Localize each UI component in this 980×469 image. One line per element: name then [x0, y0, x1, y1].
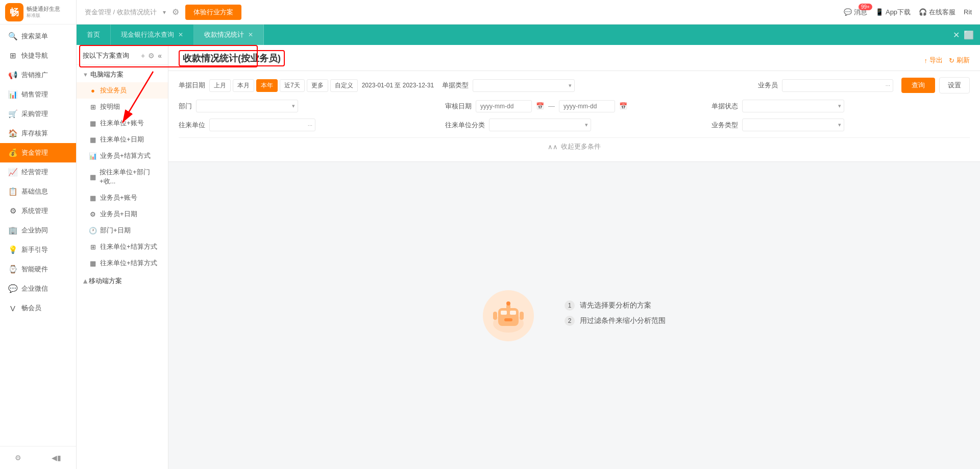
export-button[interactable]: ↑ 导出 — [924, 56, 943, 65]
staff-label: 业务员 — [758, 81, 778, 90]
custom-btn[interactable]: 自定义 — [330, 79, 358, 92]
calendar-to-icon[interactable]: 📅 — [619, 102, 627, 110]
scheme-item-staff-settle[interactable]: 📊 业务员+结算方式 — [77, 148, 168, 164]
scheme-item-staff-account[interactable]: ▦ 业务员+账号 — [77, 190, 168, 206]
sidebar-item-corp[interactable]: 🏢 企业协同 — [0, 221, 76, 240]
mobile-group-header[interactable]: ▶ 移动端方案 — [77, 273, 168, 289]
group-expand-icon: ▼ — [83, 72, 88, 78]
this-year-btn[interactable]: 本年 — [256, 79, 278, 92]
scheme-item-by-detail[interactable]: ⊞ 按明细 — [77, 99, 168, 115]
svg-rect-1 — [498, 308, 519, 326]
review-date-label: 审核日期 — [445, 102, 472, 111]
filter-row-3: 往来单位 ··· 往来单位分类 ▾ — [179, 119, 970, 131]
business-type-select-wrapper: ▾ — [742, 119, 844, 131]
scheme-item-by-staff[interactable]: ● 按业务员 — [77, 82, 168, 99]
staff-more-icon[interactable]: ··· — [886, 82, 890, 88]
desktop-group-header[interactable]: ▼ 电脑端方案 — [77, 67, 168, 82]
scheme-item-unit-account[interactable]: ▦ 往来单位+账号 — [77, 115, 168, 131]
sidebar-item-stock[interactable]: 🏠 库存核算 — [0, 124, 76, 143]
counterpart-input[interactable] — [209, 119, 315, 131]
step-1-number: 1 — [565, 300, 575, 311]
sidebar-item-sales[interactable]: 📊 销售管理 — [0, 85, 76, 104]
dept-filter: 部门 ▾ — [179, 100, 437, 112]
calendar-from-icon[interactable]: 📅 — [536, 102, 544, 110]
sidebar-item-base[interactable]: 📋 基础信息 — [0, 182, 76, 201]
prev-month-btn[interactable]: 上月 — [209, 79, 231, 92]
voucher-type-filter: 单据类型 ▾ — [442, 79, 750, 92]
voucher-type-select[interactable] — [473, 79, 575, 92]
business-type-select[interactable] — [742, 119, 844, 131]
sidebar-item-member[interactable]: V 畅会员 — [0, 298, 76, 318]
settings-button[interactable]: 设置 — [939, 77, 970, 93]
staff-select-wrapper: ··· — [782, 79, 893, 92]
sidebar-item-hardware[interactable]: ⌚ 智能硬件 — [0, 260, 76, 279]
review-date-from[interactable] — [476, 100, 532, 112]
member-icon: V — [8, 303, 17, 313]
sales-icon: 📊 — [8, 90, 17, 99]
business-type-filter: 业务类型 ▾ — [712, 119, 970, 131]
scheme-item-staff-date[interactable]: ⚙ 业务员+日期 — [77, 206, 168, 222]
voucher-type-label: 单据类型 — [442, 81, 469, 90]
sidebar-item-funds[interactable]: 💰 资金管理 — [0, 143, 76, 162]
trial-button[interactable]: 体验行业方案 — [185, 5, 241, 20]
this-month-btn[interactable]: 本月 — [233, 79, 254, 92]
tab-home[interactable]: 首页 — [77, 25, 111, 45]
dept-select[interactable] — [196, 100, 298, 112]
svg-rect-4 — [504, 318, 512, 321]
counterpart-class-select-wrapper: ▾ — [489, 119, 591, 131]
staff-filter: 业务员 ··· — [758, 79, 893, 92]
sidebar-item-marketing[interactable]: 📢 营销推广 — [0, 65, 76, 85]
scheme-item-unit-date[interactable]: ▦ 往来单位+日期 — [77, 131, 168, 148]
dept-select-wrapper: ▾ — [196, 100, 298, 112]
add-scheme-icon[interactable]: + — [141, 52, 145, 60]
guide-icon: 💡 — [8, 245, 17, 254]
collapse-bar[interactable]: ∧∧ 收起更多条件 — [179, 137, 970, 155]
voucher-status-select[interactable] — [742, 100, 844, 112]
sidebar-item-operation[interactable]: 📈 经营管理 — [0, 162, 76, 182]
scheme-item-unit-dept[interactable]: ▦ 按往来单位+部门+收... — [77, 164, 168, 190]
sidebar-item-search[interactable]: 🔍 搜索菜单 — [0, 27, 76, 46]
last7-btn[interactable]: 近7天 — [280, 79, 305, 92]
message-button[interactable]: 💬 消息 99+ — [844, 8, 867, 17]
topbar-gear-icon[interactable]: ⚙ — [172, 7, 179, 17]
scheme-section: ▼ 电脑端方案 ● 按业务员 ⊞ 按明细 ▦ 往来单位+账号 ▦ 往来单位+ — [77, 65, 168, 291]
tab-receipt-close-icon[interactable]: ✕ — [248, 31, 253, 38]
sidebar-settings-btn[interactable]: ⚙ — [12, 451, 24, 465]
scheme-item-dept-date[interactable]: 🕐 部门+日期 — [77, 222, 168, 239]
sidebar-item-guide[interactable]: 💡 新手引导 — [0, 240, 76, 260]
sidebar-item-wechat[interactable]: 💬 企业微信 — [0, 279, 76, 298]
breadcrumb: 资金管理 / 收款情况统计 — [85, 8, 157, 17]
breadcrumb-dropdown-icon[interactable]: ▾ — [163, 9, 166, 16]
staff-input[interactable] — [782, 79, 893, 92]
settings-scheme-icon[interactable]: ⚙ — [148, 52, 155, 60]
user-avatar[interactable]: Rit — [964, 8, 972, 16]
service-button[interactable]: 🎧 在线客服 — [919, 8, 955, 17]
date-options-group: 上月 本月 本年 近7天 更多 自定义 — [209, 79, 358, 92]
close-window-icon[interactable]: ✕ — [953, 30, 960, 40]
query-button[interactable]: 查询 — [901, 78, 935, 93]
collapse-icon: ∧∧ — [548, 143, 558, 151]
left-panel-title: 按以下方案查询 — [83, 51, 129, 60]
sidebar-item-system[interactable]: ⚙ 系统管理 — [0, 201, 76, 221]
stock-icon: 🏠 — [8, 129, 17, 138]
unit-date-icon: ▦ — [89, 135, 97, 144]
sidebar-item-quicknav[interactable]: ⊞ 快捷导航 — [0, 46, 76, 65]
tab-receipt[interactable]: 收款情况统计 ✕ — [194, 25, 264, 45]
main-area: 资金管理 / 收款情况统计 ▾ ⚙ 体验行业方案 💬 消息 99+ 📱 App下… — [77, 0, 980, 469]
app-download-button[interactable]: 📱 App下载 — [875, 8, 911, 17]
review-date-to[interactable] — [559, 100, 615, 112]
scheme-item-unit-settle2[interactable]: ▦ 往来单位+结算方式 — [77, 255, 168, 271]
tab-bank-close-icon[interactable]: ✕ — [178, 31, 183, 38]
more-btn[interactable]: 更多 — [307, 79, 328, 92]
scheme-item-unit-settle1[interactable]: ⊞ 往来单位+结算方式 — [77, 239, 168, 255]
left-panel: 按以下方案查询 + ⚙ « ▼ 电脑端方案 ● 按业务员 ⊞ 按明 — [77, 45, 168, 469]
collapse-panel-icon[interactable]: « — [158, 52, 162, 60]
refresh-button[interactable]: ↻ 刷新 — [949, 56, 970, 65]
empty-state: 1 请先选择要分析的方案 2 用过滤条件来缩小分析范围 — [168, 162, 980, 469]
counterpart-class-select[interactable] — [489, 119, 591, 131]
counterpart-more-icon[interactable]: ··· — [308, 122, 312, 128]
sidebar-item-purchase[interactable]: 🛒 采购管理 — [0, 104, 76, 124]
tab-bank[interactable]: 现金银行流水查询 ✕ — [111, 25, 194, 45]
sidebar-collapse-btn[interactable]: ◀▮ — [48, 451, 64, 465]
maximize-window-icon[interactable]: ⬜ — [964, 30, 974, 40]
